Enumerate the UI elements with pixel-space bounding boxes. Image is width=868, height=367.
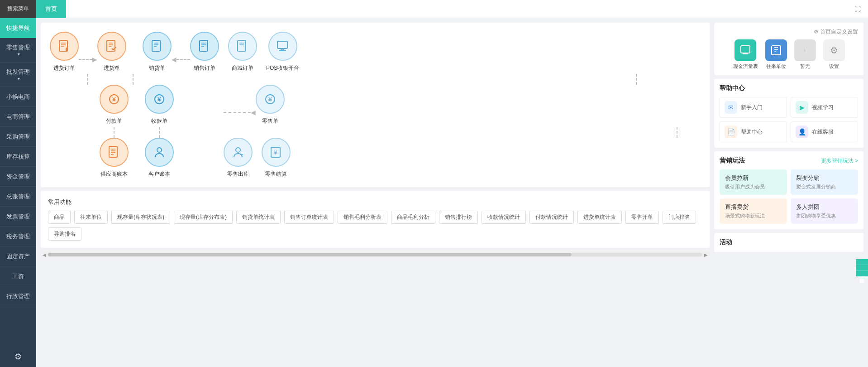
payment-in-icon: ¥ <box>145 85 174 114</box>
func-btn-payment-stats[interactable]: 付款情况统计 <box>529 211 574 224</box>
retail-bill-label: 零售单 <box>262 117 278 125</box>
live-desc: 场景式购物新玩法 <box>725 212 782 219</box>
node-payment-out[interactable]: ¥ 付款单 <box>100 85 129 125</box>
sidebar-item-ledger[interactable]: 总账管理 <box>0 187 36 207</box>
sidebar-item-inventory[interactable]: 库存核算 <box>0 147 36 167</box>
purchase-bill-icon <box>97 32 126 61</box>
node-retail-out[interactable]: 零售出库 <box>224 138 253 178</box>
search-menu[interactable]: 搜索菜单 <box>0 0 36 18</box>
marketing-item-live[interactable]: 直播卖货 场景式购物新玩法 <box>720 198 787 224</box>
contacts-icon <box>765 39 787 61</box>
payment-out-icon: ¥ <box>100 85 129 114</box>
node-sales-order[interactable]: 销售订单 <box>190 32 219 72</box>
mall-order-label: 商城订单 <box>232 64 253 72</box>
retail-out-label: 零售出库 <box>227 170 249 178</box>
svg-rect-41 <box>772 46 781 55</box>
sidebar-item-tax[interactable]: 税务管理 <box>0 227 36 246</box>
func-btn-order-stats[interactable]: 销售订单统计表 <box>284 211 334 224</box>
svg-rect-19 <box>277 41 287 48</box>
sidebar-item-invoice[interactable]: 发票管理 <box>0 207 36 227</box>
newbie-label: 新手入门 <box>741 104 763 111</box>
help-item-help-center[interactable]: 📄 帮助中心 <box>720 121 787 142</box>
func-btn-guide-rank[interactable]: 导购排名 <box>48 227 81 241</box>
func-btn-sales-rank[interactable]: 销售排行榜 <box>439 211 478 224</box>
quick-icon-contacts[interactable]: 往来单位 <box>765 39 787 70</box>
marketing-more[interactable]: 更多营销玩法 > <box>821 157 858 165</box>
func-btn-contacts[interactable]: 往来单位 <box>74 211 108 224</box>
marketing-item-group[interactable]: 多人拼团 拼团购物享受优惠 <box>791 198 858 224</box>
marketing-item-member[interactable]: 会员拉新 吸引用户成为会员 <box>720 169 787 195</box>
sales-bill-icon <box>143 32 172 61</box>
sidebar-item-quick-nav[interactable]: 快捷导航 <box>0 18 36 38</box>
cashflow-label: 现金流量表 <box>733 63 758 70</box>
func-btn-retail-order[interactable]: 零售开单 <box>625 211 659 224</box>
online-service-icon: 👤 <box>796 126 808 138</box>
sidebar-item-xiaochang[interactable]: 小畅电商 <box>0 87 36 107</box>
sidebar-item-fixed[interactable]: 固定资产 <box>0 246 36 266</box>
svg-rect-12 <box>200 40 208 51</box>
video-icon: ▶ <box>796 101 808 114</box>
sidebar-item-more[interactable]: 行政管理 <box>0 286 36 306</box>
quick-icon-cashflow[interactable]: 现金流量表 <box>733 39 758 70</box>
live-title: 直播卖货 <box>725 203 782 211</box>
quick-icon-none[interactable]: + 暂无 <box>794 39 816 70</box>
node-payment-in[interactable]: ¥ 收款单 <box>145 85 174 125</box>
node-purchase-bill[interactable]: 进货单 <box>97 32 126 72</box>
cashflow-icon <box>734 39 756 61</box>
right-panel: ⚙ 首页自定义设置 现金流量表 往来单位 <box>714 18 868 367</box>
scroll-right-arrow[interactable]: ▶ <box>704 252 708 257</box>
sidebar-item-wholesale[interactable]: 批发管理 ▾ <box>0 63 36 87</box>
func-btn-store-rank[interactable]: 门店排名 <box>663 211 696 224</box>
home-tab[interactable]: 首页 <box>36 0 66 18</box>
online-service-label: 在线客服 <box>812 128 834 136</box>
node-supplier-ledger[interactable]: 供应商账本 <box>100 138 129 178</box>
svg-text:¥: ¥ <box>157 96 161 103</box>
sidebar-item-payroll[interactable]: 工资 <box>0 266 36 286</box>
func-btn-stock-status[interactable]: 现存量(库存状况表) <box>111 211 170 224</box>
sidebar-item-funds[interactable]: 资金管理 <box>0 167 36 187</box>
func-btn-receipt-stats[interactable]: 收款情况统计 <box>482 211 526 224</box>
func-btn-sales-stats[interactable]: 销货单统计表 <box>236 211 281 224</box>
help-title: 帮助中心 <box>720 84 858 92</box>
purchase-bill-label: 进货单 <box>104 64 120 72</box>
customize-settings[interactable]: ⚙ 首页自定义设置 <box>720 28 858 36</box>
none-label: 暂无 <box>800 63 810 70</box>
help-item-video[interactable]: ▶ 视频学习 <box>791 97 858 118</box>
settings-label: 设置 <box>829 63 839 70</box>
node-sales-bill[interactable]: 销货单 <box>143 32 172 72</box>
node-mall-order[interactable]: 商城订单 <box>228 32 257 72</box>
func-btn-purchase-stats[interactable]: 进货单统计表 <box>577 211 622 224</box>
group-title: 多人拼团 <box>796 203 853 211</box>
main-panel: 进货订单 ▶ 进货单 <box>36 18 714 367</box>
node-pos[interactable]: POS收银开台 <box>266 32 299 72</box>
float-btn-desktop-fast[interactable]: 桌面快捷 <box>856 271 868 276</box>
gear-icon[interactable]: ⚙ <box>0 346 36 367</box>
node-retail-bill[interactable]: ¥ 零售单 <box>256 85 285 125</box>
main-layout: 快捷导航 零售管理 ▾ 批发管理 ▾ 小畅电商 电商管理 采购管理 库存核算 资… <box>0 18 868 367</box>
func-btn-sales-margin[interactable]: 销售毛利分析表 <box>338 211 387 224</box>
sidebar: 快捷导航 零售管理 ▾ 批发管理 ▾ 小畅电商 电商管理 采购管理 库存核算 资… <box>0 18 36 367</box>
expand-icon[interactable]: ⛶ <box>854 5 861 13</box>
func-btn-stock-dist[interactable]: 现存量(库存分布表) <box>174 211 233 224</box>
scroll-track[interactable] <box>48 253 702 256</box>
node-purchase-order[interactable]: 进货订单 <box>50 32 79 72</box>
pos-icon <box>268 32 297 61</box>
sidebar-item-retail[interactable]: 零售管理 ▾ <box>0 38 36 63</box>
svg-point-34 <box>236 148 240 152</box>
scroll-left-arrow[interactable]: ◀ <box>43 252 46 257</box>
top-bar-right: ⛶ <box>854 5 868 13</box>
quick-icon-settings[interactable]: ⚙ 设置 <box>823 39 845 70</box>
func-btn-goods[interactable]: 商品 <box>48 211 71 224</box>
help-item-online-service[interactable]: 👤 在线客服 <box>791 121 858 142</box>
node-retail-settle[interactable]: ¥ 零售结算 <box>262 138 291 178</box>
sidebar-item-purchase[interactable]: 采购管理 <box>0 127 36 147</box>
float-btn-community[interactable]: 服务社区 <box>856 265 868 271</box>
retail-settle-icon: ¥ <box>262 138 291 167</box>
marketing-item-fission[interactable]: 裂变分销 裂变式发展分销商 <box>791 169 858 195</box>
node-customer-ledger[interactable]: 客户账本 <box>145 138 174 178</box>
common-functions-title: 常用功能 <box>48 198 702 206</box>
help-item-newbie[interactable]: ✉ 新手入门 <box>720 97 787 118</box>
func-btn-goods-margin[interactable]: 商品毛利分析 <box>391 211 435 224</box>
sidebar-item-ecom[interactable]: 电商管理 <box>0 107 36 127</box>
float-btn-customer-service[interactable]: 客服热线 <box>856 259 868 265</box>
